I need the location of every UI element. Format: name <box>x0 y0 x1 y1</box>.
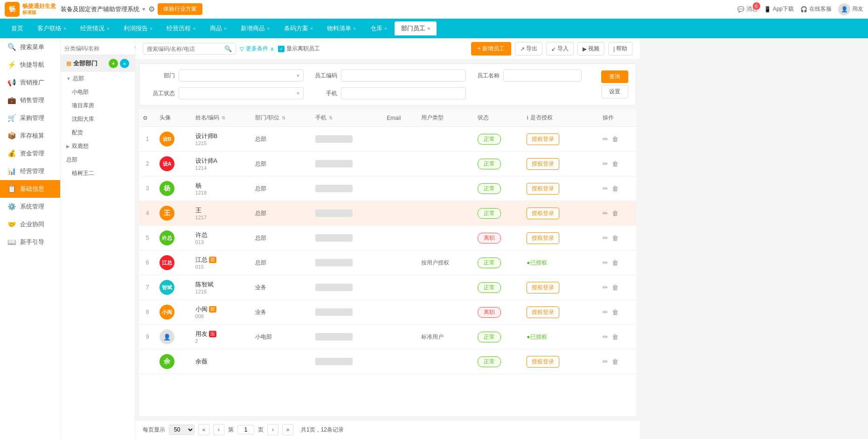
delete-icon[interactable]: 🗑 <box>612 160 618 167</box>
dept-all-item[interactable]: ⊞ 全部部门 + « <box>61 55 135 72</box>
delete-icon[interactable]: 🗑 <box>612 308 618 316</box>
row-auth[interactable]: 授权登录 <box>523 127 587 152</box>
dept-item-peihuo[interactable]: 配货 <box>61 126 135 139</box>
search-submit-icon[interactable]: 🔍 <box>224 45 232 52</box>
experience-button[interactable]: 体验行业方案 <box>158 3 202 15</box>
close-icon[interactable]: × <box>427 26 430 31</box>
dept-collapse-btn[interactable]: « <box>120 59 129 68</box>
emp-name-input[interactable] <box>503 70 582 82</box>
close-icon[interactable]: × <box>150 26 153 31</box>
row-auth[interactable]: 授权登录 <box>523 349 587 374</box>
page-number-input[interactable] <box>237 425 254 434</box>
edit-icon[interactable]: ✏ <box>603 308 608 316</box>
authorize-button[interactable]: 授权登录 <box>527 282 559 293</box>
row-auth[interactable]: 授权登录 <box>523 275 587 300</box>
sidebar-item-guide[interactable]: 📖 新手引导 <box>0 233 60 251</box>
close-icon[interactable]: × <box>106 26 109 31</box>
dept-add-icon[interactable]: + <box>109 59 118 68</box>
per-page-select[interactable]: 50 100 200 <box>169 425 194 435</box>
delete-icon[interactable]: 🗑 <box>612 259 618 266</box>
authorize-button[interactable]: 授权登录 <box>527 208 559 219</box>
dept-item-zongbu[interactable]: ▼ 总部 <box>61 72 135 85</box>
sidebar-item-search[interactable]: 🔍 搜索菜单 <box>0 38 60 56</box>
query-button[interactable]: 查询 <box>601 70 628 83</box>
close-icon[interactable]: × <box>267 26 270 31</box>
sidebar-item-basic[interactable]: 📋 基础信息 <box>0 180 60 198</box>
sidebar-item-shortcut[interactable]: ⚡ 快捷导航 <box>0 56 60 74</box>
dept-select[interactable]: ▾ <box>179 70 304 82</box>
dept-item-zongbu2[interactable]: 总部 <box>61 153 135 167</box>
authorize-button[interactable]: 授权登录 <box>527 158 559 170</box>
sidebar-item-purchase[interactable]: 🛒 采购管理 <box>0 109 60 127</box>
authorize-button[interactable]: 授权登录 <box>527 133 559 145</box>
tab-customer[interactable]: 客户联络 × <box>31 21 73 35</box>
col-phone[interactable]: 手机 ⇅ <box>312 109 383 127</box>
edit-icon[interactable]: ✏ <box>603 234 608 242</box>
last-page-button[interactable]: » <box>282 424 293 435</box>
row-auth[interactable]: 授权登录 <box>523 176 587 201</box>
prev-page-button[interactable]: ‹ <box>213 424 224 435</box>
dept-item-xiangmu[interactable]: 项目库房 <box>61 99 135 112</box>
chevron-down-icon[interactable]: ▾ <box>142 6 146 13</box>
sidebar-item-collab[interactable]: 🤝 企业协同 <box>0 216 60 233</box>
close-icon[interactable]: × <box>384 26 387 31</box>
col-name[interactable]: 姓名/编码 ⇅ <box>192 109 252 127</box>
delete-icon[interactable]: 🗑 <box>612 234 618 242</box>
phone-input[interactable] <box>341 87 466 99</box>
tab-new-goods[interactable]: 新增商品 × <box>234 21 276 35</box>
sidebar-item-sales[interactable]: 💼 销售管理 <box>0 91 60 109</box>
tab-profit[interactable]: 利润报告 × <box>117 21 159 35</box>
edit-icon[interactable]: ✏ <box>603 185 608 192</box>
authorize-button[interactable]: 授权登录 <box>527 356 559 368</box>
import-button[interactable]: ↙ 导入 <box>546 42 574 56</box>
dept-item-xiaodianbu[interactable]: 小电部 <box>61 85 135 99</box>
dept-item-shuanglu[interactable]: ▶ 双鹿想 <box>61 139 135 153</box>
tab-home[interactable]: 首页 <box>5 21 30 35</box>
more-filter-button[interactable]: ▽ 更多条件 ∧ <box>240 45 274 53</box>
emp-code-input[interactable] <box>341 70 466 82</box>
dept-search-input[interactable] <box>64 45 134 52</box>
online-service-button[interactable]: 🎧 在线客服 <box>800 5 832 13</box>
first-page-button[interactable]: « <box>198 424 209 435</box>
edit-icon[interactable]: ✏ <box>603 259 608 266</box>
tab-history[interactable]: 经营历程 × <box>160 21 202 35</box>
edit-icon[interactable]: ✏ <box>603 160 608 167</box>
search-input[interactable] <box>147 46 222 52</box>
tab-department[interactable]: 部门员工 × <box>395 21 437 35</box>
dept-item-shenyang[interactable]: 沈阳大库 <box>61 112 135 126</box>
edit-icon[interactable]: ✏ <box>603 135 608 143</box>
sidebar-item-system[interactable]: ⚙️ 系统管理 <box>0 198 60 216</box>
add-employee-button[interactable]: + 新增员工 <box>471 42 511 56</box>
close-icon[interactable]: × <box>224 26 227 31</box>
delete-icon[interactable]: 🗑 <box>612 284 618 291</box>
view-button[interactable]: ▶ 视频 <box>577 42 604 56</box>
tab-business[interactable]: 经营情况 × <box>74 21 116 35</box>
row-auth[interactable]: 授权登录 <box>523 201 587 226</box>
edit-icon[interactable]: ✏ <box>603 209 608 217</box>
app-download-button[interactable]: 📱 App下载 <box>764 5 794 13</box>
authorize-button[interactable]: 授权登录 <box>527 232 559 244</box>
row-auth[interactable]: 授权登录 <box>523 226 587 251</box>
tab-goods[interactable]: 商品 × <box>203 21 233 35</box>
dept-item-zhishu[interactable]: 植树王二 <box>61 167 135 180</box>
edit-icon[interactable]: ✏ <box>603 358 608 365</box>
edit-icon[interactable]: ✏ <box>603 333 608 341</box>
col-dept[interactable]: 部门/职位 ⇅ <box>251 109 312 127</box>
authorize-button[interactable]: 授权登录 <box>527 183 559 195</box>
delete-icon[interactable]: 🗑 <box>612 358 618 365</box>
sidebar-item-finance[interactable]: 💰 资金管理 <box>0 145 60 162</box>
close-icon[interactable]: × <box>310 26 313 31</box>
delete-icon[interactable]: 🗑 <box>612 135 618 143</box>
sidebar-item-operation[interactable]: 📊 经营管理 <box>0 162 60 180</box>
authorize-button[interactable]: 授权登录 <box>527 307 559 318</box>
col-settings[interactable]: ⚙ <box>139 109 156 127</box>
tab-bom[interactable]: 物料清单 × <box>320 21 362 35</box>
help-button[interactable]: | 帮助 <box>608 42 632 56</box>
tab-barcode[interactable]: 条码方案 × <box>278 21 319 35</box>
close-icon[interactable]: × <box>63 26 66 31</box>
delete-icon[interactable]: 🗑 <box>612 333 618 341</box>
show-dismissed-toggle[interactable]: ✓ 显示离职员工 <box>278 45 320 53</box>
delete-icon[interactable]: 🗑 <box>612 185 618 192</box>
next-page-button[interactable]: › <box>267 424 278 435</box>
sidebar-item-marketing[interactable]: 📢 营销推广 <box>0 74 60 91</box>
